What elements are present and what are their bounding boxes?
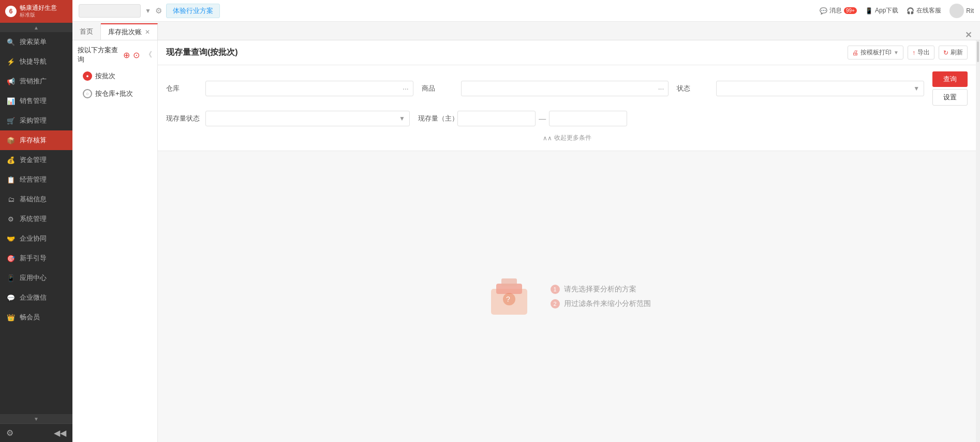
sidebar-item-business[interactable]: 📋 经营管理 [0, 170, 72, 189]
nav-icon-sales: 📊 [6, 96, 16, 106]
plan-label-warehouse-batch: 按仓库+批次 [95, 89, 133, 98]
sidebar-item-marketing[interactable]: 📢 营销推广 [0, 71, 72, 91]
tabbar: 首页 库存批次账 ✕ ✕ [72, 22, 980, 40]
sidebar-item-sales[interactable]: 📊 销售管理 [0, 91, 72, 111]
sidebar-item-wechat[interactable]: 💬 企业微信 [0, 288, 72, 307]
sidebar-item-finance[interactable]: 💰 资金管理 [0, 150, 72, 170]
hint-text-1: 请先选择要分析的方案 [564, 285, 636, 294]
sidebar-item-newbie[interactable]: 🎯 新手引导 [0, 248, 72, 268]
nav-label-inventory: 库存核算 [20, 136, 47, 145]
print-button[interactable]: 🖨 按模板打印 ▼ [848, 46, 903, 60]
topbar-right: 💬 消息 99+ 📱 App下载 🎧 在线客服 Rit [820, 4, 974, 18]
right-scrolltrack[interactable] [976, 40, 980, 442]
settings-plan-icon[interactable]: ⊙ [133, 50, 140, 60]
content-area: 按以下方案查询 ⊕ ⊙ 《 ● 按批次 ○ 按仓库+批次 现存量查询(按批次) [72, 40, 980, 442]
status-dropdown-icon[interactable]: ▼ [913, 85, 919, 92]
nav-label-appstore: 应用中心 [20, 273, 47, 283]
user-profile[interactable]: Rit [949, 4, 974, 18]
warehouse-filter: 仓库 ··· [166, 81, 413, 96]
plan-item-warehouse-batch[interactable]: ○ 按仓库+批次 [72, 85, 157, 102]
sidebar-item-quicknav[interactable]: ⚡ 快捷导航 [0, 52, 72, 71]
product-input[interactable]: ··· [461, 81, 669, 96]
right-content: 现存量查询(按批次) 🖨 按模板打印 ▼ ↑ 导出 ↻ 刷新 [158, 40, 976, 442]
warehouse-more-icon[interactable]: ··· [403, 84, 409, 93]
message-action[interactable]: 💬 消息 99+ [820, 6, 857, 15]
nav-icon-appstore: 📱 [6, 273, 16, 283]
add-plan-icon[interactable]: ⊕ [123, 50, 130, 60]
message-label: 消息 [829, 6, 842, 15]
user-avatar [949, 4, 964, 18]
export-button[interactable]: ↑ 导出 [908, 46, 934, 60]
nav-label-enterprise: 企业协同 [20, 234, 47, 243]
export-label: 导出 [917, 48, 930, 57]
sidebar-item-system[interactable]: ⚙ 系统管理 [0, 209, 72, 229]
stock-status-input[interactable]: ▼ [205, 111, 410, 126]
online-service-action[interactable]: 🎧 在线客服 [907, 6, 941, 15]
nav-label-basic: 基础信息 [20, 195, 47, 204]
status-filter: 状态 ▼ [677, 81, 924, 96]
left-panel-collapse-icon[interactable]: 《 [145, 50, 152, 60]
tab-home[interactable]: 首页 [72, 23, 101, 40]
stock-qty-min-input[interactable] [457, 111, 536, 126]
sidebar-item-basic[interactable]: 🗂 基础信息 [0, 189, 72, 209]
status-input[interactable]: ▼ [716, 81, 924, 96]
nav-label-purchase: 采购管理 [20, 116, 47, 125]
collapse-label: 收起更多条件 [554, 134, 591, 142]
refresh-button[interactable]: ↻ 刷新 [939, 46, 968, 60]
nav-label-finance: 资金管理 [20, 155, 47, 165]
sidebar-collapse-icon[interactable]: ◀◀ [54, 428, 66, 438]
sidebar-item-appstore[interactable]: 📱 应用中心 [0, 268, 72, 288]
tab-batch-label: 库存批次账 [108, 27, 142, 37]
plan-icon-warehouse-batch: ○ [83, 89, 92, 98]
topbar-gear-icon[interactable]: ⚙ [155, 6, 162, 16]
nav-icon-quicknav: ⚡ [6, 57, 16, 66]
collapse-chevron-icon: ∧∧ [543, 135, 552, 142]
left-panel-actions: ⊕ ⊙ 《 [123, 50, 152, 60]
topbar-chevron-icon[interactable]: ▼ [145, 7, 151, 14]
plan-item-batch[interactable]: ● 按批次 [72, 67, 157, 85]
nav-label-marketing: 营销推广 [20, 77, 47, 86]
nav-label-business: 经营管理 [20, 175, 47, 184]
warehouse-input[interactable]: ··· [205, 81, 413, 96]
filter-area: 仓库 ··· 商品 ··· 状态 [158, 65, 976, 151]
main-area: ▼ ⚙ 体验行业方案 💬 消息 99+ 📱 App下载 🎧 在线客服 Rit [72, 0, 980, 442]
scroll-down-btn[interactable]: ▼ [0, 414, 72, 423]
sidebar-item-search[interactable]: 🔍 搜索菜单 [0, 32, 72, 52]
sidebar-item-enterprise[interactable]: 🤝 企业协同 [0, 229, 72, 248]
settings-gear-icon[interactable]: ⚙ [6, 428, 13, 438]
page-header: 现存量查询(按批次) 🖨 按模板打印 ▼ ↑ 导出 ↻ 刷新 [158, 40, 976, 65]
collapse-more-btn[interactable]: ∧∧ 收起更多条件 [166, 131, 968, 144]
app-logo: 6 [5, 6, 17, 17]
stock-status-dropdown-icon[interactable]: ▼ [399, 115, 405, 122]
tab-panel-close-icon[interactable]: ✕ [961, 30, 976, 40]
nav-label-wechat: 企业微信 [20, 293, 47, 302]
product-more-icon[interactable]: ··· [658, 84, 664, 93]
nav-icon-basic: 🗂 [6, 195, 16, 204]
industry-plan-button[interactable]: 体验行业方案 [166, 4, 220, 18]
nav-icon-marketing: 📢 [6, 77, 16, 86]
left-panel-header: 按以下方案查询 ⊕ ⊙ 《 [72, 40, 157, 67]
sidebar-item-member[interactable]: 👑 畅会员 [0, 307, 72, 327]
set-button[interactable]: 设置 [932, 89, 968, 106]
sidebar: 6 畅康通好生意 标准版 ▲ 🔍 搜索菜单 ⚡ 快捷导航 📢 营销推广 📊 销售… [0, 0, 72, 442]
warehouse-label: 仓库 [166, 84, 202, 93]
sidebar-item-inventory[interactable]: 📦 库存核算 [0, 130, 72, 150]
empty-hint-1: 1 请先选择要分析的方案 [551, 285, 651, 294]
stock-qty-dash: — [539, 114, 546, 123]
user-name: Rit [966, 7, 974, 14]
stock-qty-filter: 现存量（主） — [418, 111, 662, 126]
scroll-up-btn[interactable]: ▲ [0, 23, 72, 32]
query-button[interactable]: 查询 [932, 71, 968, 87]
sidebar-item-purchase[interactable]: 🛒 采购管理 [0, 111, 72, 130]
topbar-search-input[interactable] [79, 4, 141, 18]
print-dropdown-icon[interactable]: ▼ [894, 50, 899, 55]
print-label: 按模板打印 [860, 48, 892, 57]
app-download-action[interactable]: 📱 App下载 [865, 6, 898, 15]
nav-icon-purchase: 🛒 [6, 116, 16, 125]
tab-close-icon[interactable]: ✕ [145, 28, 150, 36]
stock-qty-max-input[interactable] [549, 111, 627, 126]
export-icon: ↑ [912, 49, 915, 56]
sidebar-bottom: ⚙ ◀◀ [0, 423, 72, 442]
tab-batch[interactable]: 库存批次账 ✕ [101, 23, 158, 40]
stock-qty-label: 现存量（主） [418, 114, 454, 123]
